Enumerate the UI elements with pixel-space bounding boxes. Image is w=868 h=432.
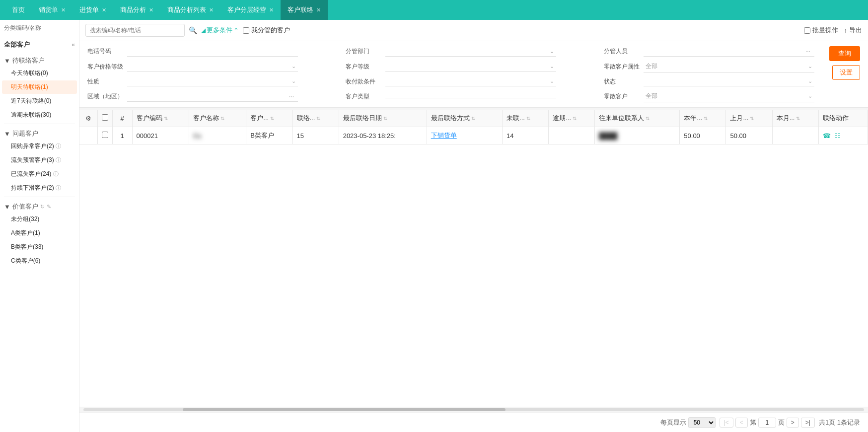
row-checkbox xyxy=(97,127,112,144)
sidebar-item-overdue-contact[interactable]: 逾期未联络(30) xyxy=(2,108,77,122)
nav-tab-salesorder-close[interactable]: ✕ xyxy=(61,7,66,13)
th-actions-label: 联络动作 xyxy=(823,114,849,122)
sidebar-item-declining[interactable]: 持续下滑客户(2) ⓘ xyxy=(2,181,77,195)
row-last-method-link[interactable]: 下销货单 xyxy=(431,132,457,139)
th-contact-sort[interactable]: ⇅ xyxy=(316,116,320,121)
action-phone-icon[interactable]: ☎ xyxy=(823,132,831,140)
page-number-input[interactable] xyxy=(758,418,776,428)
th-last-month-sort[interactable]: ⇅ xyxy=(750,116,754,121)
th-this-month-sort[interactable]: ⇅ xyxy=(796,116,800,121)
status-select[interactable]: ⌄ xyxy=(644,76,814,86)
search-button[interactable]: 🔍 xyxy=(189,26,197,34)
nav-tab-product-analysis-close[interactable]: ✕ xyxy=(149,7,153,13)
scrollbar-thumb[interactable] xyxy=(183,408,506,411)
filter-row-3: 性质 ⌄ 收付款条件 ⌄ xyxy=(87,76,814,86)
value-refresh-icon[interactable]: ↻ xyxy=(40,204,45,210)
th-overdue-sort[interactable]: ⇅ xyxy=(573,116,577,121)
nav-tab-product-analysis-list[interactable]: 商品分析列表 ✕ xyxy=(160,0,220,20)
my-customers-checkbox-label[interactable]: 我分管的客户 xyxy=(243,26,290,35)
nav-tab-purchaseorder[interactable]: 进货单 ✕ xyxy=(72,0,113,20)
th-index: # xyxy=(112,110,132,127)
my-customers-checkbox[interactable] xyxy=(243,27,249,34)
th-last-method-sort[interactable]: ⇅ xyxy=(471,116,475,121)
filter-field-retail-customer: 零散客户 全部 ⌄ xyxy=(604,90,814,102)
sidebar-item-repurchase-abnormal[interactable]: 回购异常客户(2) ⓘ xyxy=(2,140,77,153)
horizontal-scrollbar[interactable] xyxy=(79,407,868,413)
sidebar-item-7days-contact[interactable]: 近7天待联络(0) xyxy=(2,94,77,108)
nav-tab-product-analysis-list-close[interactable]: ✕ xyxy=(209,7,214,13)
price-level-select[interactable]: ⌄ xyxy=(127,62,298,72)
price-level-label: 客户价格等级 xyxy=(87,63,127,71)
prev-page-button[interactable]: < xyxy=(735,418,748,428)
payment-select[interactable]: ⌄ xyxy=(385,76,556,86)
batch-op-checkbox-label[interactable]: 批量操作 xyxy=(804,26,838,35)
export-button[interactable]: ↑ 导出 xyxy=(844,26,863,35)
sidebar-item-ungrouped[interactable]: 未分组(32) xyxy=(2,213,77,226)
nav-tab-purchaseorder-close[interactable]: ✕ xyxy=(102,7,106,13)
triangle-icon-2: ▼ xyxy=(4,130,10,138)
first-page-button[interactable]: |< xyxy=(720,418,733,428)
nav-home[interactable]: 首页 xyxy=(5,0,32,20)
sidebar-item-churned[interactable]: 已流失客户(24) ⓘ xyxy=(2,167,77,181)
region-dots[interactable]: ··· xyxy=(287,93,296,100)
row-unit-contact: ████ xyxy=(595,127,680,144)
th-last-date-sort[interactable]: ⇅ xyxy=(383,116,387,121)
sidebar-item-c-class[interactable]: C类客户(6) xyxy=(2,254,77,268)
nav-tab-customer-layered[interactable]: 客户分层经营 ✕ xyxy=(220,0,281,20)
th-gear[interactable]: ⚙ xyxy=(79,110,97,127)
sidebar-search-input[interactable] xyxy=(4,24,78,31)
th-this-year-sort[interactable]: ⇅ xyxy=(704,116,708,121)
nav-tab-customer-layered-label: 客户分层经营 xyxy=(227,5,266,14)
status-label: 状态 xyxy=(604,77,644,86)
page-size-select[interactable]: 50 20 100 200 xyxy=(688,417,716,428)
nav-tab-customer-contact-close[interactable]: ✕ xyxy=(316,7,321,13)
phone-input[interactable] xyxy=(127,46,298,57)
nav-tab-customer-layered-close[interactable]: ✕ xyxy=(269,7,274,13)
th-unit-contact-sort[interactable]: ⇅ xyxy=(646,116,650,121)
row-this-month xyxy=(772,127,818,144)
search-input[interactable] xyxy=(85,24,185,37)
chevron-up-icon: ⌃ xyxy=(233,27,239,34)
retail-attr-select[interactable]: 全部 ⌄ xyxy=(644,61,814,72)
th-name-sort[interactable]: ⇅ xyxy=(220,116,224,121)
sidebar-item-churn-warning[interactable]: 流失预警客户(3) ⓘ xyxy=(2,153,77,167)
dept-select-arrow: ⌄ xyxy=(550,48,554,55)
filter-row-1: 电话号码 分管部门 ⌄ 分管人员 xyxy=(87,46,814,57)
retail-attr-label: 零散客户属性 xyxy=(604,63,644,71)
th-not-contacted-label: 未联... xyxy=(506,114,525,123)
th-last-date-label: 最后联络日期 xyxy=(343,114,382,123)
all-customers-label: 全部客户 xyxy=(4,40,30,49)
person-select[interactable]: ··· xyxy=(644,46,814,57)
sidebar-item-a-class[interactable]: A类客户(1) xyxy=(2,226,77,240)
dept-select[interactable]: ⌄ xyxy=(385,47,556,57)
customer-level-select[interactable]: ⌄ xyxy=(385,62,556,72)
region-select[interactable]: ··· xyxy=(127,91,298,102)
th-type: 客户... ⇅ xyxy=(246,110,292,127)
nav-tab-product-analysis-list-label: 商品分析列表 xyxy=(167,5,206,14)
query-button[interactable]: 查询 xyxy=(829,46,860,61)
batch-op-checkbox[interactable] xyxy=(804,27,810,34)
last-page-button[interactable]: >| xyxy=(801,418,815,428)
more-conditions-button[interactable]: ◢ 更多条件 ⌃ xyxy=(201,26,239,35)
nav-tab-salesorder[interactable]: 销货单 ✕ xyxy=(32,0,72,20)
sidebar-item-b-class[interactable]: B类客户(33) xyxy=(2,240,77,254)
filter-toolbar: 🔍 ◢ 更多条件 ⌃ 我分管的客户 批量操作 ↑ 导出 xyxy=(79,20,868,41)
retail-customer-select[interactable]: 全部 ⌄ xyxy=(644,90,814,102)
customer-type-select[interactable] xyxy=(385,95,556,98)
th-code-sort[interactable]: ⇅ xyxy=(164,116,168,121)
sidebar-item-tomorrow-contact[interactable]: 明天待联络(1) xyxy=(2,80,77,94)
sidebar-all-customers[interactable]: 全部客户 « xyxy=(0,36,79,53)
settings-button[interactable]: 设置 xyxy=(832,65,860,80)
select-all-checkbox[interactable] xyxy=(102,114,108,121)
nav-tab-customer-contact[interactable]: 客户联络 ✕ xyxy=(281,0,328,20)
value-edit-icon[interactable]: ✎ xyxy=(47,204,51,210)
next-page-button[interactable]: > xyxy=(787,418,799,428)
sidebar-item-today-contact[interactable]: 今天待联络(0) xyxy=(2,67,77,80)
nature-select[interactable]: ⌄ xyxy=(127,76,298,86)
row-select-checkbox[interactable] xyxy=(102,132,108,138)
th-not-contacted-sort[interactable]: ⇅ xyxy=(526,116,530,121)
nav-tab-product-analysis[interactable]: 商品分析 ✕ xyxy=(113,0,160,20)
th-type-sort[interactable]: ⇅ xyxy=(270,116,274,121)
action-grid-icon[interactable]: ☷ xyxy=(835,132,841,140)
person-dots[interactable]: ··· xyxy=(803,48,812,55)
